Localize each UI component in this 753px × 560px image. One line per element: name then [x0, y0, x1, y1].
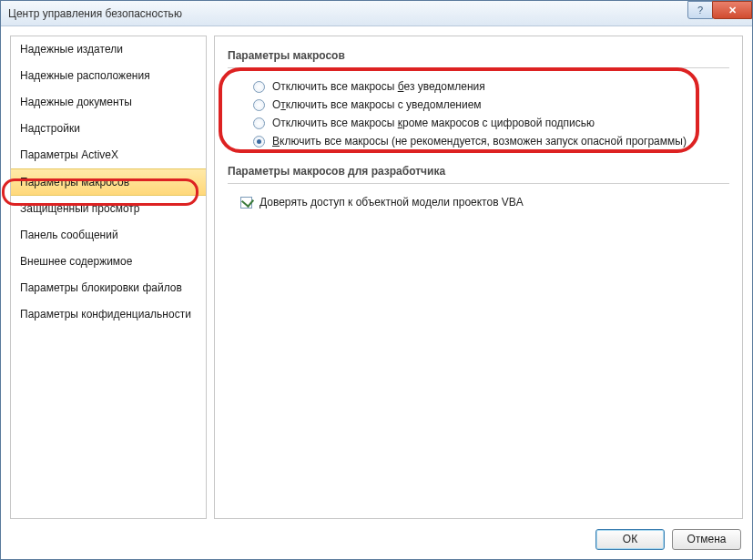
window-title: Центр управления безопасностью	[8, 7, 688, 20]
radio-icon	[253, 81, 265, 93]
radio-disable-except-signed[interactable]: Отключить все макросы кроме макросов с ц…	[253, 114, 729, 132]
sidebar-item-label: Внешнее содержимое	[20, 255, 132, 268]
close-icon: ✕	[728, 5, 737, 16]
dialog-body: Надежные издатели Надежные расположения …	[1, 26, 752, 519]
sidebar-item-activex[interactable]: Параметры ActiveX	[11, 142, 206, 168]
section-divider	[228, 183, 729, 184]
radio-icon	[253, 117, 265, 129]
titlebar-buttons: ? ✕	[688, 1, 752, 25]
ok-button[interactable]: ОК	[595, 529, 665, 550]
sidebar-item-file-block[interactable]: Параметры блокировки файлов	[11, 275, 206, 301]
checkbox-icon	[240, 197, 252, 209]
sidebar-item-label: Надежные документы	[20, 96, 132, 108]
sidebar-item-label: Панель сообщений	[20, 229, 118, 241]
sidebar-item-trusted-locations[interactable]: Надежные расположения	[11, 63, 206, 89]
close-button[interactable]: ✕	[712, 1, 752, 19]
dialog-footer: ОК Отмена	[1, 519, 752, 559]
sidebar-item-addins[interactable]: Надстройки	[11, 116, 206, 142]
sidebar-item-label: Надежные расположения	[20, 69, 150, 82]
checkbox-trust-vba[interactable]: Доверять доступ к объектной модели проек…	[240, 193, 729, 211]
dialog-window: Центр управления безопасностью ? ✕ Надеж…	[0, 0, 753, 560]
radio-enable-all[interactable]: Включить все макросы (не рекомендуется, …	[253, 132, 729, 150]
radio-label: Отключить все макросы без уведомления	[272, 80, 485, 93]
help-button[interactable]: ?	[687, 1, 713, 19]
sidebar-item-label: Параметры ActiveX	[20, 148, 118, 161]
radio-label: Включить все макросы (не рекомендуется, …	[272, 135, 687, 148]
sidebar-item-label: Параметры блокировки файлов	[20, 281, 182, 294]
content-panel: Параметры макросов Отключить все макросы…	[214, 36, 743, 519]
sidebar-item-label: Защищенный просмотр	[20, 202, 140, 215]
macro-radio-group: Отключить все макросы без уведомления От…	[228, 77, 729, 156]
section-divider	[228, 67, 729, 68]
radio-label: Отключить все макросы с уведомлением	[272, 98, 482, 111]
sidebar-item-label: Надстройки	[20, 122, 80, 135]
sidebar-item-label: Надежные издатели	[20, 43, 123, 56]
checkbox-label: Доверять доступ к объектной модели проек…	[259, 196, 524, 209]
sidebar-item-message-bar[interactable]: Панель сообщений	[11, 222, 206, 249]
help-icon: ?	[697, 5, 703, 15]
sidebar-item-label: Параметры макросов	[20, 176, 129, 188]
radio-disable-with-notify[interactable]: Отключить все макросы с уведомлением	[253, 96, 729, 114]
section-title-developer: Параметры макросов для разработчика	[228, 161, 729, 181]
radio-disable-no-notify[interactable]: Отключить все макросы без уведомления	[253, 77, 729, 96]
radio-icon	[253, 99, 265, 111]
sidebar-item-trusted-documents[interactable]: Надежные документы	[11, 89, 206, 116]
sidebar-item-privacy[interactable]: Параметры конфиденциальности	[11, 301, 206, 328]
section-title-macro-settings: Параметры макросов	[228, 46, 729, 66]
sidebar: Надежные издатели Надежные расположения …	[10, 36, 207, 519]
developer-check-group: Доверять доступ к объектной модели проек…	[228, 193, 729, 211]
sidebar-item-label: Параметры конфиденциальности	[20, 308, 191, 321]
sidebar-item-external-content[interactable]: Внешнее содержимое	[11, 249, 206, 275]
radio-icon	[253, 136, 265, 148]
sidebar-item-trusted-publishers[interactable]: Надежные издатели	[11, 36, 206, 63]
radio-label: Отключить все макросы кроме макросов с ц…	[272, 117, 595, 129]
sidebar-item-macro-settings[interactable]: Параметры макросов	[11, 168, 206, 196]
cancel-button[interactable]: Отмена	[672, 529, 741, 550]
titlebar: Центр управления безопасностью ? ✕	[1, 1, 752, 26]
sidebar-item-protected-view[interactable]: Защищенный просмотр	[11, 196, 206, 222]
